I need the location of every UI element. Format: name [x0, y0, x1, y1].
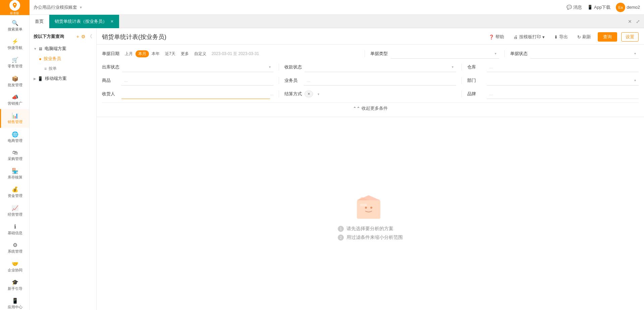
- message-btn[interactable]: 💬 消息: [567, 4, 582, 10]
- product-label: 商品: [102, 78, 119, 84]
- date-tab-lastmonth[interactable]: 上月: [122, 50, 136, 58]
- window-maximize-btn[interactable]: ⤢: [635, 18, 641, 25]
- print-btn[interactable]: 🖨 按模板打印 ▾: [511, 33, 547, 41]
- collectstatus-select[interactable]: ▾: [305, 62, 456, 72]
- sidebar-item-enterprise-label: 企业协同: [8, 268, 22, 272]
- salesperson-input[interactable]: [304, 75, 456, 86]
- svg-rect-0: [357, 200, 380, 219]
- settings-btn[interactable]: 设置: [621, 32, 639, 42]
- tab-home[interactable]: 首页: [30, 15, 49, 28]
- left-panel: 按以下方案查询 + ⚙ 《 ▼ 🖥 电脑端方案 ● 按业务员: [30, 28, 97, 310]
- docstatus-select[interactable]: ▾: [530, 49, 639, 59]
- right-panel: 销货单统计表(按业务员) ❓ 帮助 🖨 按模板打印 ▾ ⬇ 导出: [97, 28, 644, 310]
- tab-sales-stat-close[interactable]: ✕: [110, 19, 114, 24]
- svg-rect-1: [360, 204, 367, 206]
- ecommerce-icon: 🌐: [12, 131, 18, 138]
- date-tab-7days[interactable]: 近7天: [162, 50, 178, 58]
- date-tab-thisyear[interactable]: 本年: [149, 50, 162, 58]
- sidebar-item-wholesale[interactable]: 📦 批发管理: [0, 72, 29, 91]
- filter-cell-doctype: 单据类型 ▾: [370, 49, 499, 59]
- consignee-input[interactable]: [121, 89, 270, 99]
- finance-icon: 💰: [12, 186, 18, 193]
- sidebar-item-newbie[interactable]: 🎓 新手引导: [0, 276, 29, 294]
- sidebar-item-sales[interactable]: 📊 销售管理: [0, 109, 29, 127]
- print-arrow-icon: ▾: [542, 35, 545, 40]
- app-logo: 标准版: [0, 0, 30, 15]
- sidebar-item-purchase[interactable]: 🛍 采购管理: [0, 146, 29, 164]
- sidebar-item-search[interactable]: 🔍 搜索菜单: [0, 16, 29, 35]
- query-btn[interactable]: 查询: [598, 32, 617, 42]
- app-subtitle: 标准版: [10, 11, 19, 15]
- panel-collapse-btn[interactable]: 《: [88, 34, 92, 40]
- salesperson-scheme-icon: ●: [39, 56, 42, 61]
- filter-cell-consignee: 收货人 ...: [102, 89, 273, 99]
- divider-1: [365, 50, 365, 57]
- brand-input[interactable]: [487, 89, 639, 99]
- sidebar-item-system[interactable]: ⚙ 系统管理: [0, 239, 29, 257]
- sidebar-item-inventory[interactable]: 🏪 库存核算: [0, 164, 29, 183]
- outstatus-select[interactable]: ▾: [122, 62, 273, 72]
- hint-1-label: 请先选择要分析的方案: [346, 226, 393, 232]
- sidebar-item-sales-label: 销售管理: [8, 119, 22, 124]
- scheme-group-desktop[interactable]: ▼ 🖥 电脑端方案: [30, 44, 96, 54]
- scheme-item-salesperson[interactable]: ● 按业务员: [30, 54, 96, 64]
- department-label: 部门: [467, 78, 484, 84]
- date-tab-thismonth[interactable]: 本月: [136, 50, 149, 57]
- divider-8: [462, 91, 462, 97]
- scheme-sub-item-order[interactable]: ≡ 按单: [30, 64, 96, 73]
- sidebar-item-ecommerce[interactable]: 🌐 电商管理: [0, 128, 29, 146]
- tab-sales-stat-label: 销货单统计表（按业务员）: [55, 18, 107, 24]
- filter-cell-salesperson: 业务员: [284, 75, 456, 86]
- panel-settings-btn[interactable]: ⚙: [81, 34, 86, 39]
- refresh-btn[interactable]: ↻ 刷新: [575, 33, 594, 41]
- sidebar-item-retail[interactable]: 🛒 零售管理: [0, 53, 29, 72]
- product-input[interactable]: [121, 75, 273, 86]
- content-area: 按以下方案查询 + ⚙ 《 ▼ 🖥 电脑端方案 ● 按业务员: [30, 28, 644, 310]
- date-tab-custom[interactable]: 自定义: [192, 50, 209, 58]
- tab-sales-stat[interactable]: 销货单统计表（按业务员） ✕: [49, 15, 119, 28]
- collectstatus-label: 收款状态: [284, 64, 302, 70]
- sidebar-item-finance[interactable]: 💰 资金管理: [0, 183, 29, 201]
- outstatus-arrow-icon: ▾: [269, 65, 271, 69]
- settlement-select[interactable]: ▾: [315, 89, 322, 99]
- divider-3: [279, 64, 279, 70]
- warehouse-input[interactable]: [487, 62, 639, 72]
- consignee-ellipsis[interactable]: ...: [270, 92, 273, 96]
- sidebar-item-system-label: 系统管理: [8, 249, 22, 254]
- header-left: 办公用品行业模拟账套 ▾: [34, 4, 82, 10]
- department-select[interactable]: ▾: [487, 75, 639, 86]
- consignee-label: 收货人: [102, 91, 119, 97]
- sidebar-item-enterprise[interactable]: 🤝 企业协同: [0, 257, 29, 276]
- divider-2: [504, 50, 505, 57]
- collapse-more-btn[interactable]: ⌃⌃ 收起更多条件: [353, 105, 388, 111]
- sidebar-item-operations[interactable]: 📈 经营管理: [0, 202, 29, 220]
- help-btn[interactable]: ❓ 帮助: [486, 33, 507, 41]
- filter-area: 单据日期 上月 本月 本年 近7天 更多 自定义 2023-03-01 至 20…: [97, 45, 644, 117]
- panel-add-btn[interactable]: +: [76, 34, 79, 39]
- export-label: 导出: [559, 34, 568, 40]
- scheme-group-mobile[interactable]: ▶ 📱 移动端方案: [30, 73, 96, 84]
- user-profile[interactable]: Ea demo2: [616, 3, 640, 12]
- sidebar-item-appcenter[interactable]: 📱 应用中心: [0, 294, 29, 310]
- window-close-btn[interactable]: ✕: [627, 18, 633, 25]
- tab-bar: 首页 销货单统计表（按业务员） ✕ ✕ ⤢: [30, 15, 644, 28]
- operations-icon: 📈: [12, 205, 18, 211]
- hint-num-1: 1: [338, 226, 344, 232]
- sidebar-item-quicknav[interactable]: ⚡ 快捷导航: [0, 35, 29, 53]
- breadcrumb-dropdown[interactable]: ▾: [80, 5, 82, 10]
- doctype-select[interactable]: ▾: [390, 49, 499, 59]
- export-btn[interactable]: ⬇ 导出: [551, 33, 571, 41]
- header-right: 💬 消息 📱 App下载 Ea demo2: [567, 3, 640, 12]
- group-mobile-arrow-icon: ▶: [34, 77, 36, 81]
- filter-cell-warehouse: 仓库: [467, 62, 639, 72]
- app-download-btn[interactable]: 📱 App下载: [587, 4, 610, 10]
- filter-row-2: 出库状态 ▾ 收款状态 ▾: [102, 62, 639, 72]
- help-icon: ❓: [489, 35, 494, 40]
- inventory-icon: 🏪: [12, 168, 18, 174]
- print-label: 按模板打印: [519, 34, 541, 40]
- date-tab-more[interactable]: 更多: [178, 50, 192, 58]
- filter-cell-product: 商品: [102, 75, 273, 86]
- settlement-tag-close[interactable]: ×: [308, 92, 310, 96]
- sidebar-item-marketing[interactable]: 📣 营销推广: [0, 91, 29, 109]
- sidebar-item-basic[interactable]: ℹ 基础信息: [0, 220, 29, 239]
